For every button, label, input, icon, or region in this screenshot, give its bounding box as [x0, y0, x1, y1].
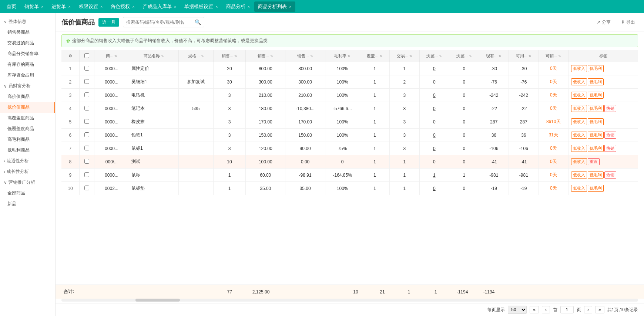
- sidebar-group-marketing[interactable]: ∨ 营销推广分析: [0, 177, 55, 188]
- nav-sales-close[interactable]: ×: [41, 4, 43, 9]
- nav-template-close[interactable]: ×: [215, 4, 218, 9]
- sidebar-item-high-coverage[interactable]: 高覆盖度商品: [0, 113, 55, 123]
- total-col14: -1194: [478, 289, 500, 295]
- table-wrapper[interactable]: ⚙ 商... ⇅ 商品名称 ⇅ 规格... ⇅ 销售... ⇅ 销售... ⇅ …: [56, 50, 644, 285]
- sidebar-item-stock-products[interactable]: 有库存的商品: [0, 59, 55, 70]
- col-view2[interactable]: 浏览... ⇅: [449, 50, 479, 62]
- nav-analysis[interactable]: 商品分析 ×: [222, 1, 254, 12]
- col-margin[interactable]: 毛利率 ⇅: [325, 50, 360, 62]
- horizontal-scrollbar[interactable]: [61, 299, 638, 302]
- row-checkbox[interactable]: [84, 92, 89, 97]
- browse-link[interactable]: 0: [433, 66, 436, 71]
- row-checkbox[interactable]: [84, 186, 89, 190]
- browse-link[interactable]: 0: [433, 106, 436, 111]
- browse-link[interactable]: 1: [433, 173, 436, 178]
- col-name[interactable]: 商品名称 ⇅: [129, 50, 178, 62]
- col-transaction[interactable]: 交易... ⇅: [390, 50, 419, 62]
- col-view1[interactable]: 浏览... ⇅: [419, 50, 449, 62]
- scrollbar-thumb[interactable]: [135, 299, 180, 302]
- browse-link[interactable]: 0: [433, 146, 436, 151]
- sidebar-item-high-margin[interactable]: 高毛利商品: [0, 134, 55, 145]
- share-button[interactable]: ↗ 分享: [594, 18, 614, 27]
- row-transaction: 3: [390, 102, 419, 115]
- nav-analysis-close[interactable]: ×: [248, 4, 250, 9]
- row-view2: 0: [449, 102, 479, 115]
- filter-recent-month[interactable]: 近一月: [98, 18, 119, 27]
- sidebar-item-low-coverage[interactable]: 低覆盖度商品: [0, 123, 55, 134]
- nav-role-close[interactable]: ×: [132, 4, 134, 9]
- sidebar-item-category-rate[interactable]: 商品分类销售率: [0, 48, 55, 59]
- sidebar-item-new-products[interactable]: 新品: [0, 198, 55, 209]
- search-input[interactable]: [126, 20, 193, 25]
- col-coverage[interactable]: 覆盖... ⇅: [360, 50, 389, 62]
- row-coverage: 1: [360, 89, 389, 102]
- col-code[interactable]: 商... ⇅: [94, 50, 129, 62]
- total-col5: 77: [218, 289, 242, 295]
- nav-template[interactable]: 单据模板设置 ×: [181, 1, 221, 12]
- row-checkbox[interactable]: [84, 106, 89, 111]
- row-view1: 0: [419, 142, 449, 155]
- nav-purchase[interactable]: 进货单 ×: [48, 1, 74, 12]
- first-page-btn[interactable]: «: [530, 306, 539, 313]
- nav-product[interactable]: 产成品入库单 ×: [139, 1, 180, 12]
- sidebar-group-employee[interactable]: ∨ 员财富分析: [0, 81, 55, 91]
- sidebar-item-traded-products[interactable]: 交易过的商品: [0, 38, 55, 48]
- row-code: 0000...: [94, 169, 129, 182]
- row-tags: 低收入低毛利: [568, 115, 638, 129]
- per-page-select[interactable]: 50 100 200: [508, 306, 527, 314]
- col-available[interactable]: 可用... ⇅: [509, 50, 539, 62]
- nav-permission-close[interactable]: ×: [100, 4, 103, 9]
- row-code: 0000...: [94, 75, 129, 89]
- next-page-btn[interactable]: ›: [584, 306, 592, 313]
- nav-sales[interactable]: 销货单 ×: [21, 1, 47, 12]
- row-sale2: 100.00: [246, 155, 285, 169]
- browse-link[interactable]: 0: [433, 133, 436, 138]
- sidebar-group-overall[interactable]: ∨ 整体信息: [0, 16, 55, 27]
- row-checkbox[interactable]: [84, 146, 89, 150]
- sidebar-item-low-value[interactable]: 低价值商品: [0, 102, 55, 113]
- sidebar-item-low-margin[interactable]: 低毛利商品: [0, 145, 55, 156]
- nav-purchase-close[interactable]: ×: [68, 4, 70, 9]
- col-sale3[interactable]: 销售... ⇅: [285, 50, 325, 62]
- sidebar-item-all-products[interactable]: 全部商品: [0, 188, 55, 198]
- nav-analysis-list[interactable]: 商品分析列表 ×: [254, 1, 295, 12]
- row-spec: [179, 142, 214, 155]
- row-checkbox[interactable]: [84, 132, 89, 137]
- browse-link[interactable]: 0: [433, 159, 436, 164]
- row-no: 9: [61, 169, 79, 182]
- select-all-checkbox[interactable]: [84, 53, 89, 58]
- nav-analysis-list-close[interactable]: ×: [289, 4, 291, 9]
- browse-link[interactable]: 0: [433, 79, 436, 85]
- table-row: 2 0000... 吴细细1 参加复试 30 300.00 300.00 100…: [61, 75, 638, 89]
- sidebar-item-sales-products[interactable]: 销售类商品: [0, 27, 55, 38]
- col-settings[interactable]: ⚙: [61, 50, 79, 62]
- row-checkbox[interactable]: [84, 172, 89, 177]
- last-page-btn[interactable]: »: [595, 306, 604, 313]
- table-row: 9 0000... 鼠标 1 60.00 -98.91 -164.85% 1 1…: [61, 169, 638, 182]
- sidebar-group-flow[interactable]: › 流通性分析: [0, 156, 55, 166]
- export-button[interactable]: ⬇ 导出: [618, 18, 638, 27]
- browse-link[interactable]: 0: [433, 93, 436, 98]
- page-input[interactable]: [560, 306, 574, 313]
- browse-link[interactable]: 0: [433, 119, 436, 125]
- nav-product-close[interactable]: ×: [174, 4, 176, 9]
- col-sale1[interactable]: 销售... ⇅: [213, 50, 245, 62]
- row-checkbox[interactable]: [84, 66, 89, 71]
- col-sellable[interactable]: 可销... ⇅: [539, 50, 568, 62]
- sidebar-item-high-value[interactable]: 高价值商品: [0, 91, 55, 102]
- browse-link[interactable]: 0: [433, 186, 436, 191]
- sidebar-item-stock-value[interactable]: 库存资金占用: [0, 70, 55, 81]
- nav-home[interactable]: 首页: [3, 1, 20, 12]
- row-checkbox[interactable]: [84, 119, 89, 124]
- row-sale3: 0.00: [285, 155, 325, 169]
- row-checkbox[interactable]: [84, 159, 89, 164]
- col-spec[interactable]: 规格... ⇅: [179, 50, 214, 62]
- nav-permission[interactable]: 权限设置 ×: [75, 1, 106, 12]
- prev-page-btn[interactable]: ‹: [542, 306, 550, 313]
- nav-role[interactable]: 角色授权 ×: [107, 1, 138, 12]
- row-checkbox[interactable]: [84, 79, 89, 84]
- row-sale2: 300.00: [246, 75, 285, 89]
- col-current[interactable]: 现有... ⇅: [479, 50, 509, 62]
- col-sale2[interactable]: 销售... ⇅: [246, 50, 285, 62]
- sidebar-group-growth[interactable]: › 成长性分析: [0, 166, 55, 177]
